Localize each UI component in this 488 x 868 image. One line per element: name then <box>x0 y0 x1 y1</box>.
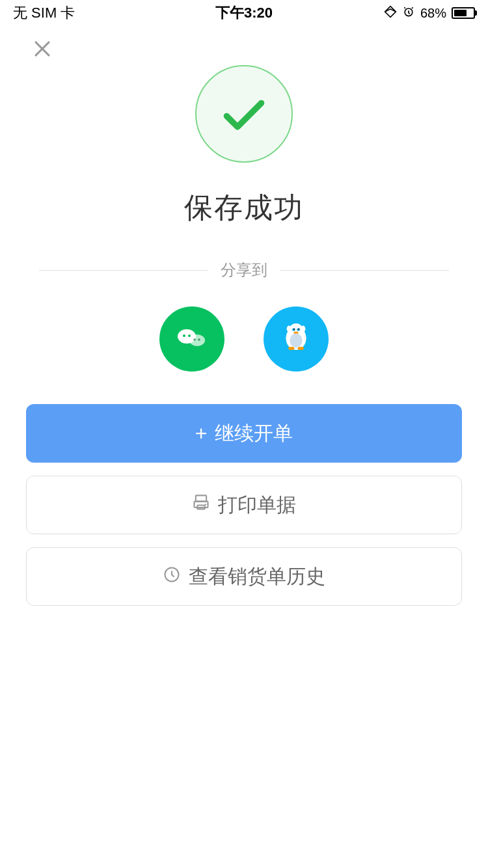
svg-point-15 <box>298 329 299 330</box>
main-content: 保存成功 分享到 <box>0 26 488 606</box>
svg-point-14 <box>293 329 295 330</box>
svg-point-5 <box>189 334 205 346</box>
history-label: 查看销货单历史 <box>189 563 325 590</box>
svg-rect-22 <box>196 495 206 501</box>
history-icon <box>163 565 181 588</box>
close-button[interactable] <box>26 33 59 65</box>
svg-point-21 <box>301 326 305 332</box>
svg-point-7 <box>188 334 191 337</box>
svg-point-19 <box>297 347 304 350</box>
share-label: 分享到 <box>221 260 267 280</box>
status-bar-right: 68% <box>384 5 475 21</box>
status-bar-time: 下午3:20 <box>215 3 273 23</box>
svg-point-18 <box>288 347 295 350</box>
print-icon <box>192 494 210 517</box>
status-bar-left: 无 SIM 卡 <box>13 3 80 23</box>
svg-point-9 <box>198 338 200 341</box>
continue-button[interactable]: + 继续开单 <box>26 404 462 463</box>
share-icons-row <box>159 306 329 372</box>
svg-point-25 <box>205 504 206 505</box>
success-icon-circle <box>195 65 293 163</box>
success-title: 保存成功 <box>184 189 304 227</box>
continue-icon: + <box>195 422 208 446</box>
alarm-icon <box>402 5 415 21</box>
battery-indicator <box>452 7 475 19</box>
continue-label: 继续开单 <box>215 420 293 447</box>
sim-status: 无 SIM 卡 <box>13 3 75 23</box>
divider-right <box>280 270 449 271</box>
svg-point-8 <box>193 338 196 341</box>
print-button[interactable]: 打印单据 <box>26 476 462 534</box>
location-icon <box>384 5 397 21</box>
svg-point-17 <box>290 334 302 348</box>
battery-percentage: 68% <box>420 6 446 21</box>
qq-share-button[interactable] <box>264 306 329 372</box>
print-label: 打印单据 <box>218 492 296 519</box>
divider-left <box>39 270 208 271</box>
wechat-share-button[interactable] <box>159 306 224 372</box>
svg-point-20 <box>287 326 291 332</box>
svg-point-6 <box>183 334 185 337</box>
status-bar: 无 SIM 卡 下午3:20 68% <box>0 0 488 26</box>
history-button[interactable]: 查看销货单历史 <box>26 547 462 606</box>
share-section: 分享到 <box>0 260 488 372</box>
action-buttons: + 继续开单 打印单据 查看销货单历史 <box>0 404 488 606</box>
share-divider: 分享到 <box>0 260 488 280</box>
